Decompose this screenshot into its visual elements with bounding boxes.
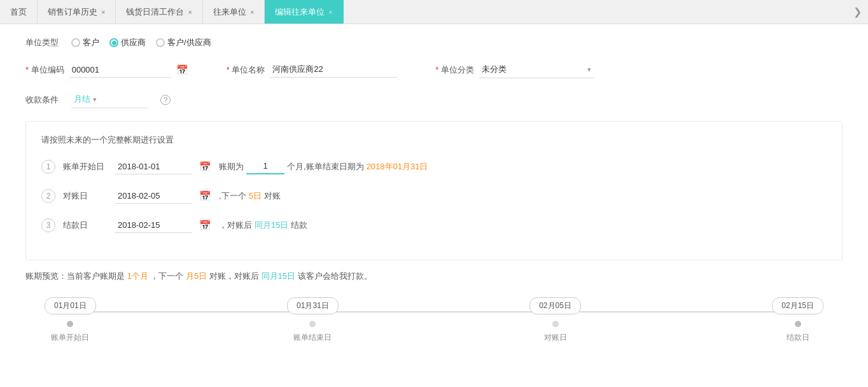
step2-text: ,下一个 5日 对账 <box>219 190 281 202</box>
preview-suffix: 该客户会给我打款。 <box>298 271 372 281</box>
unit-info-row: 单位编码 📅 单位名称 单位分类 未分类 ▾ <box>25 61 843 78</box>
preview-sep1: ，下一个 <box>150 271 183 281</box>
timeline-nodes: 01月01日 账单开始日 01月31日 账单结束日 02月05日 对账日 <box>45 297 823 343</box>
payment-terms-select[interactable]: 月结 ▾ <box>71 91 148 108</box>
start-date-calendar-icon[interactable]: 📅 <box>199 161 211 172</box>
tab-expand-button[interactable]: ❯ <box>847 0 868 24</box>
step-row-2: 2 对账日 📅 ,下一个 5日 对账 <box>41 188 827 204</box>
unit-code-input[interactable] <box>69 62 171 78</box>
tab-partner-unit[interactable]: 往来单位 × <box>203 0 265 24</box>
radio-customer-label: 客户 <box>83 37 99 48</box>
radio-both[interactable]: 客户/供应商 <box>156 37 211 48</box>
step3-highlight: 同月15日 <box>255 220 288 231</box>
step-row-3: 3 结款日 📅 ，对账后 同月15日 结款 <box>41 218 827 233</box>
unit-category-select[interactable]: 未分类 ▾ <box>479 61 594 78</box>
timeline-dot-2 <box>309 321 316 327</box>
unit-category-value: 未分类 <box>482 64 507 75</box>
tab-home[interactable]: 首页 <box>0 0 38 24</box>
unit-category-dropdown-icon: ▾ <box>587 66 591 74</box>
tab-edit-partner[interactable]: 编辑往来单位 × <box>265 0 343 24</box>
timeline-dot-3 <box>552 321 559 327</box>
unit-category-label: 单位分类 <box>435 64 474 76</box>
step1-end-date: 2018年01月31日 <box>367 161 428 172</box>
step3-suffix: 结款 <box>291 220 307 231</box>
billing-period-card: 请按照未来的一个完整帐期进行设置 1 账单开始日 📅 账期为 个月,账单结束日期… <box>25 121 843 260</box>
payment-date-input[interactable] <box>115 218 192 233</box>
card-hint: 请按照未来的一个完整帐期进行设置 <box>41 134 827 146</box>
timeline-badge-4: 02月15日 <box>772 297 823 314</box>
timeline-container: 01月01日 账单开始日 01月31日 账单结束日 02月05日 对账日 <box>25 297 843 343</box>
tab-sales-history-close[interactable]: × <box>101 8 105 16</box>
main-content: 单位类型 客户 供应商 客户/供应商 单位编码 📅 单位名称 <box>0 24 868 387</box>
step-num-2: 2 <box>41 189 55 203</box>
payment-date-calendar-icon[interactable]: 📅 <box>199 220 211 231</box>
step3-prefix: ，对账后 <box>219 220 252 231</box>
unit-type-label: 单位类型 <box>25 37 59 48</box>
tab-sales-history-label: 销售订单历史 <box>48 6 97 18</box>
timeline-dot-1 <box>67 321 73 327</box>
step-num-1: 1 <box>41 160 55 174</box>
step2-suffix: 对账 <box>264 190 281 202</box>
preview-text: 账期预览：当前客户账期是 1个月 ，下一个 月5日 对账，对账后 同月15日 该… <box>25 271 843 282</box>
payment-terms-value: 月结 <box>74 94 90 105</box>
radio-supplier-label: 供应商 <box>121 37 146 48</box>
unit-type-radio-group: 客户 供应商 客户/供应商 <box>71 37 211 48</box>
tab-cash-work-label: 钱货日清工作台 <box>126 6 184 18</box>
unit-code-group: 单位编码 📅 <box>25 62 188 78</box>
unit-code-calendar-icon[interactable]: 📅 <box>176 64 188 76</box>
radio-customer-circle <box>71 38 80 47</box>
timeline-dot-4 <box>795 321 801 327</box>
timeline-node-1: 01月01日 账单开始日 <box>45 297 96 343</box>
payment-terms-dropdown-icon: ▾ <box>93 95 97 104</box>
radio-customer[interactable]: 客户 <box>71 37 99 48</box>
step1-prefix: 账期为 <box>219 161 244 172</box>
step-row-1: 1 账单开始日 📅 账期为 个月,账单结束日期为 2018年01月31日 <box>41 158 827 174</box>
step1-suffix: 个月,账单结束日期为 <box>287 161 364 172</box>
tab-sales-history[interactable]: 销售订单历史 × <box>38 0 116 24</box>
month-input[interactable] <box>246 158 284 174</box>
unit-type-row: 单位类型 客户 供应商 客户/供应商 <box>25 37 843 48</box>
step2-prefix: ,下一个 <box>219 190 246 202</box>
payment-terms-row: 收款条件 月结 ▾ ? <box>25 91 843 108</box>
preview-part2: 月5日 <box>186 271 207 281</box>
tab-home-label: 首页 <box>10 6 27 18</box>
step-label-2: 对账日 <box>63 190 108 202</box>
reconcile-date-input[interactable] <box>115 188 192 204</box>
radio-supplier-circle <box>109 38 118 47</box>
payment-terms-help-icon[interactable]: ? <box>160 95 171 105</box>
timeline-node-2: 01月31日 账单结束日 <box>287 297 339 343</box>
preview-label: 账期预览：当前客户账期是 <box>25 271 125 281</box>
tab-partner-unit-label: 往来单位 <box>213 6 246 18</box>
radio-both-label: 客户/供应商 <box>167 37 211 48</box>
step1-text: 账期为 个月,账单结束日期为 2018年01月31日 <box>219 158 428 174</box>
payment-terms-label: 收款条件 <box>25 94 59 106</box>
preview-part1: 1个月 <box>127 271 148 281</box>
timeline-badge-2: 01月31日 <box>287 297 339 314</box>
unit-code-label: 单位编码 <box>25 64 64 76</box>
tab-cash-work[interactable]: 钱货日清工作台 × <box>116 0 202 24</box>
tab-edit-partner-close[interactable]: × <box>328 8 332 16</box>
radio-supplier[interactable]: 供应商 <box>109 37 146 48</box>
timeline-badge-1: 01月01日 <box>45 297 96 314</box>
step-label-1: 账单开始日 <box>63 161 108 172</box>
reconcile-date-calendar-icon[interactable]: 📅 <box>199 190 211 202</box>
tab-edit-partner-label: 编辑往来单位 <box>275 6 325 18</box>
radio-both-circle <box>156 38 165 47</box>
timeline-label-3: 对账日 <box>544 332 567 343</box>
unit-name-group: 单位名称 <box>227 62 398 78</box>
tab-cash-work-close[interactable]: × <box>188 8 192 16</box>
timeline-badge-3: 02月05日 <box>529 297 581 314</box>
timeline-node-3: 02月05日 对账日 <box>529 297 581 343</box>
timeline-node-4: 02月15日 结款日 <box>772 297 823 343</box>
tabs-bar: 首页 销售订单历史 × 钱货日清工作台 × 往来单位 × 编辑往来单位 × ❯ <box>0 0 868 24</box>
unit-name-label: 单位名称 <box>227 64 265 76</box>
start-date-input[interactable] <box>115 159 192 174</box>
preview-sep2: 对账，对账后 <box>209 271 259 281</box>
step3-text: ，对账后 同月15日 结款 <box>219 220 307 231</box>
timeline-label-1: 账单开始日 <box>51 332 89 343</box>
timeline-label-2: 账单结束日 <box>293 332 332 343</box>
unit-name-input[interactable] <box>270 62 397 78</box>
tab-partner-unit-close[interactable]: × <box>250 8 254 16</box>
unit-category-group: 单位分类 未分类 ▾ <box>435 61 594 78</box>
preview-part3: 同月15日 <box>262 271 295 281</box>
